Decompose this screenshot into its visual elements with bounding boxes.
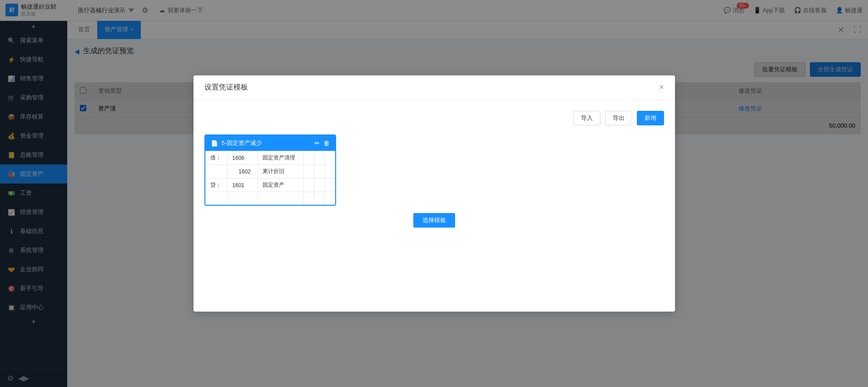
modal-title: 设置凭证模板 <box>204 83 248 92</box>
entry-account-1: 固定资产清理 <box>258 151 304 165</box>
template-empty-row <box>205 192 335 205</box>
template-entries-table: 借： 1606 固定资产清理 1602 累计折旧 <box>205 151 335 205</box>
export-button[interactable]: 导出 <box>605 111 632 125</box>
entry-code-1: 1606 <box>228 151 258 165</box>
voucher-template-modal: 设置凭证模板 × 导入 导出 新增 📄 5-固定资产减少 ✏ 🗑 <box>193 75 675 312</box>
entry-account-3: 固定资产 <box>258 179 304 192</box>
template-doc-icon: 📄 <box>211 140 218 147</box>
template-title: 5-固定资产减少 <box>222 139 263 147</box>
template-header-actions: ✏ 🗑 <box>314 139 330 147</box>
template-card: 📄 5-固定资产减少 ✏ 🗑 借： 1606 固 <box>204 134 336 206</box>
modal-header: 设置凭证模板 × <box>193 75 675 100</box>
entry-code-3: 1601 <box>228 179 258 192</box>
entry-direction-1: 借： <box>205 151 228 165</box>
template-card-header: 📄 5-固定资产减少 ✏ 🗑 <box>205 135 335 151</box>
template-header-left: 📄 5-固定资产减少 <box>211 139 263 147</box>
template-entry-row-2: 1602 累计折旧 <box>205 165 335 179</box>
modal-body: 导入 导出 新增 📄 5-固定资产减少 ✏ 🗑 <box>193 100 675 238</box>
import-button[interactable]: 导入 <box>573 111 600 125</box>
entry-code-2: 1602 <box>228 165 258 179</box>
modal-top-actions: 导入 导出 新增 <box>204 111 664 125</box>
template-delete-icon[interactable]: 🗑 <box>323 139 330 147</box>
template-body: 借： 1606 固定资产清理 1602 累计折旧 <box>205 151 335 205</box>
select-template-button[interactable]: 选择模板 <box>413 213 455 228</box>
modal-overlay: 设置凭证模板 × 导入 导出 新增 📄 5-固定资产减少 ✏ 🗑 <box>0 0 868 387</box>
template-entry-row: 借： 1606 固定资产清理 <box>205 151 335 165</box>
entry-direction-3: 贷： <box>205 179 228 192</box>
modal-close-button[interactable]: × <box>659 83 664 92</box>
new-template-button[interactable]: 新增 <box>637 111 664 125</box>
entry-account-2: 累计折旧 <box>258 165 304 179</box>
template-edit-icon[interactable]: ✏ <box>314 139 320 147</box>
template-entry-row-3: 贷： 1601 固定资产 <box>205 179 335 192</box>
